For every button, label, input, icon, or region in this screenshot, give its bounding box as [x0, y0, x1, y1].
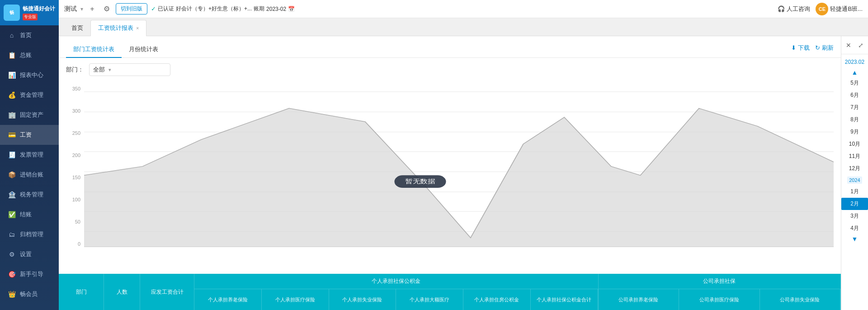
month-nav: ▲ 5月 6月 7月 8月 9月 10月 11月 12月 2024 1月 2月 …	[841, 68, 868, 243]
reports-icon: 📊	[7, 71, 16, 80]
sidebar-item-settings[interactable]: ⚙ 设置	[0, 244, 59, 264]
assets-icon: 🏢	[7, 110, 16, 119]
sidebar-item-home[interactable]: ⌂ 首页	[0, 25, 59, 45]
month-nov[interactable]: 11月	[841, 150, 868, 162]
topbar-dropdown-arrow[interactable]: ▾	[80, 6, 83, 12]
switch-to-old-btn[interactable]: 切到旧版	[116, 3, 147, 14]
sales-icon: 📦	[7, 170, 16, 179]
invoice-icon: 🧾	[7, 150, 16, 159]
y-label-100: 100	[67, 197, 80, 202]
user-menu-btn[interactable]: CE 轻捷通B班...	[816, 3, 863, 15]
sidebar-label-assets: 固定资产	[20, 111, 43, 119]
month-apr[interactable]: 4月	[841, 222, 868, 234]
sidebar-label-sales: 进销台账	[20, 171, 43, 179]
period-value: 2023-02	[266, 6, 286, 12]
salary-icon: 💳	[7, 130, 16, 139]
month-oct[interactable]: 10月	[841, 138, 868, 150]
tab-bar: 首页 工资统计报表 ×	[59, 18, 868, 36]
content-main: 部门工资统计表 月份统计表 ⬇ 下载 ↻ 刷新	[59, 36, 841, 310]
tab-home[interactable]: 首页	[64, 20, 90, 36]
y-label-250: 250	[67, 130, 80, 136]
month-dec[interactable]: 12月	[841, 162, 868, 175]
certified-label: 已认证	[158, 5, 174, 13]
col-total-salary: 应发工资合计	[140, 274, 194, 310]
close-panel-btn[interactable]: ✕	[844, 40, 854, 50]
sidebar-item-assets[interactable]: 🏢 固定资产	[0, 105, 59, 125]
group-personal-children: 个人承担养老保险 个人承担医疗保险 个人承担失业保险 个人承担大额医疗 个人承担…	[194, 289, 598, 310]
topbar-title: 测试	[64, 5, 77, 13]
sidebar-label-invoice: 发票管理	[20, 151, 43, 159]
help-btn[interactable]: 🎧 人工咨询	[778, 5, 810, 13]
col-department: 部门	[59, 274, 104, 310]
sidebar-item-settle[interactable]: ✅ 结账	[0, 205, 59, 224]
user-avatar: CE	[816, 3, 828, 15]
sidebar-item-invoice[interactable]: 🧾 发票管理	[0, 145, 59, 165]
expand-panel-btn[interactable]: ⤢	[856, 40, 866, 50]
sub-tab-monthly[interactable]: 月份统计表	[122, 42, 165, 58]
download-icon: ⬇	[791, 44, 796, 51]
tab-salary-report[interactable]: 工资统计报表 ×	[90, 20, 146, 36]
sidebar-item-capital[interactable]: 💰 资金管理	[0, 85, 59, 105]
col-company-pension: 公司承担养老保险	[599, 289, 679, 310]
topbar-plus-btn[interactable]: +	[87, 4, 98, 14]
content-area: 部门工资统计表 月份统计表 ⬇ 下载 ↻ 刷新	[59, 36, 868, 310]
y-label-150: 150	[67, 175, 80, 180]
sidebar: 畅 畅捷通好会计 专业版 ⌂ 首页 📋 总账 📊 报表中心 💰 资金管理 🏢 固…	[0, 0, 59, 310]
sub-tabs-actions: ⬇ 下载 ↻ 刷新	[791, 44, 834, 56]
tags-label: 好会计（专）+好生意（标）+...	[176, 5, 252, 13]
sidebar-item-sales[interactable]: 📦 进销台账	[0, 165, 59, 185]
sidebar-item-salary[interactable]: 💳 工资	[0, 125, 59, 145]
month-aug[interactable]: 8月	[841, 114, 868, 126]
tab-close-btn[interactable]: ×	[136, 25, 139, 31]
member-icon: 👑	[7, 290, 16, 299]
select-arrow-icon: ▾	[108, 67, 111, 73]
calendar-icon[interactable]: 📅	[288, 6, 295, 12]
sidebar-item-reports[interactable]: 📊 报表中心	[0, 65, 59, 85]
sidebar-item-newbie[interactable]: 🎯 新手引导	[0, 264, 59, 284]
topbar-settings-btn[interactable]: ⚙	[101, 4, 112, 14]
tax-icon: 🏦	[7, 190, 16, 199]
month-jun[interactable]: 6月	[841, 89, 868, 101]
main-area: 测试 ▾ + ⚙ 切到旧版 ✓ 已认证 好会计（专）+好生意（标）+... 账期…	[59, 0, 868, 310]
sidebar-item-tax[interactable]: 🏦 税务管理	[0, 185, 59, 205]
department-select[interactable]: 全部 ▾	[89, 63, 170, 76]
sidebar-item-member[interactable]: 👑 畅会员	[0, 284, 59, 304]
y-label-200: 200	[67, 153, 80, 158]
y-label-0: 0	[67, 241, 80, 247]
month-nav-up[interactable]: ▲	[851, 68, 859, 77]
sidebar-label-settings: 设置	[20, 250, 32, 258]
sub-tab-department[interactable]: 部门工资统计表	[66, 42, 122, 58]
group-company-children: 公司承担养老保险 公司承担医疗保险 公司承担失业保险	[599, 289, 841, 310]
month-sep[interactable]: 9月	[841, 126, 868, 138]
settle-icon: ✅	[7, 210, 16, 219]
col-personal-major-medical: 个人承担大额医疗	[396, 289, 463, 310]
sidebar-label-tax: 税务管理	[20, 191, 43, 199]
sidebar-label-salary: 工资	[20, 131, 32, 139]
month-may[interactable]: 5月	[841, 77, 868, 89]
y-label-50: 50	[67, 219, 80, 224]
chart-container: 0 50 100 150 200 250 300 350	[59, 81, 841, 274]
sidebar-label-home: 首页	[20, 31, 32, 39]
col-personal-pension: 个人承担养老保险	[194, 289, 262, 310]
sidebar-label-newbie: 新手引导	[20, 270, 43, 278]
month-mar[interactable]: 3月	[841, 210, 868, 222]
refresh-btn[interactable]: ↻ 刷新	[815, 44, 834, 52]
topbar-status: ✓ 已认证 好会计（专）+好生意（标）+... 账期 2023-02 📅	[151, 5, 295, 13]
download-btn[interactable]: ⬇ 下载	[791, 44, 810, 52]
month-feb-active[interactable]: 2月	[841, 198, 868, 210]
bottom-table: 部门 人数 应发工资合计 个人承担社保公积金 个人承担养老保险 个人承担医疗保险…	[59, 274, 841, 310]
group-company-header: 公司承担社保	[599, 274, 841, 289]
year-2024-tag: 2024	[847, 176, 862, 184]
month-jul[interactable]: 7月	[841, 101, 868, 114]
sidebar-label-ledger: 总账	[20, 51, 32, 59]
month-jan[interactable]: 1月	[841, 186, 868, 198]
col-personal-total: 个人承担社保公积金合计	[531, 289, 598, 310]
sidebar-item-archive[interactable]: 🗂 归档管理	[0, 224, 59, 244]
month-nav-down[interactable]: ▼	[851, 234, 859, 243]
col-personal-housing: 个人承担住房公积金	[463, 289, 531, 310]
col-headcount: 人数	[104, 274, 140, 310]
right-panel: ✕ ⤢ 2023.02 ▲ 5月 6月 7月 8月 9月 10月 11月 12月	[841, 36, 868, 310]
sidebar-nav: ⌂ 首页 📋 总账 📊 报表中心 💰 资金管理 🏢 固定资产 💳 工资 🧾 发票…	[0, 25, 59, 310]
year-label[interactable]: 2023.02	[841, 56, 868, 68]
sidebar-item-ledger[interactable]: 📋 总账	[0, 45, 59, 65]
